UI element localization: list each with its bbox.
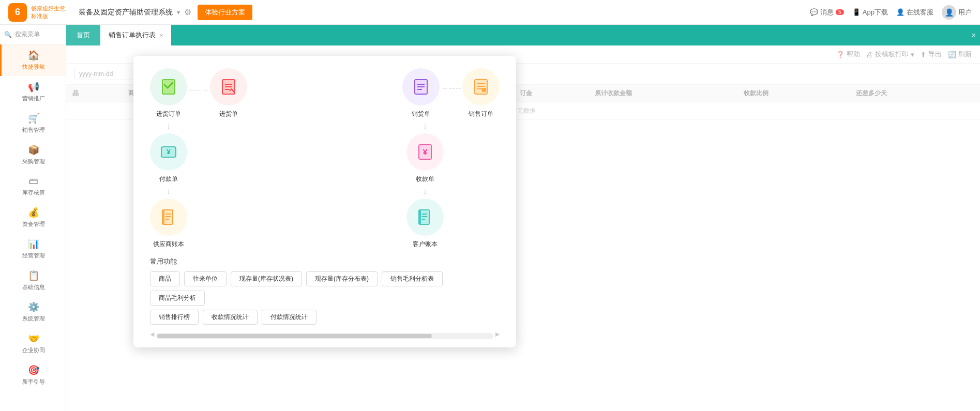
popup-box: 进货订单 ↓ ¥ 付款单 ↓ <box>133 56 516 347</box>
sidebar-label-operation: 经营管理 <box>22 252 45 260</box>
tab-bar: 首页 销售订单执行表 × × <box>66 25 980 45</box>
flow-payment[interactable]: ¥ 付款单 <box>150 133 187 184</box>
sidebar-item-guide[interactable]: 🎯 新手引导 <box>0 359 66 391</box>
sidebar-item-purchase[interactable]: 📦 采购管理 <box>0 139 66 171</box>
user-area[interactable]: 👤 用户 <box>942 5 972 20</box>
sidebar-label-system: 系统管理 <box>22 315 45 323</box>
content-area: 首页 销售订单执行表 × × ❓ 帮助 <box>66 25 980 411</box>
svg-text:¥: ¥ <box>423 147 428 156</box>
arrow-down-2: ↓ <box>167 186 171 196</box>
scroll-right-icon[interactable]: ▶ <box>495 331 500 338</box>
func-btn-stock-status[interactable]: 现存量(库存状况表) <box>231 271 302 286</box>
message-icon: 💬 <box>810 8 818 16</box>
system-name: 装备及固定资产辅助管理系统 <box>79 8 173 17</box>
sidebar-label-finance: 资金管理 <box>22 220 45 228</box>
tab-sales-order[interactable]: 销售订单执行表 × <box>100 25 171 45</box>
func-btn-stock-dist[interactable]: 现存量(库存分布表) <box>306 271 378 286</box>
sidebar: 🔍 搜索菜单 🏠 快捷导航 📢 营销推广 🛒 销售管理 📦 采购管理 <box>0 25 66 411</box>
marketing-icon: 📢 <box>28 81 39 93</box>
func-btn-partners[interactable]: 往来单位 <box>184 271 227 286</box>
supplier-ledger-icon <box>150 199 187 236</box>
sidebar-label-purchase: 采购管理 <box>22 158 45 165</box>
sidebar-item-sales[interactable]: 🛒 销售管理 <box>0 108 66 139</box>
flow-sales-order[interactable]: 销售订单 <box>462 68 500 118</box>
sidebar-label-guide: 新手引导 <box>22 378 45 386</box>
popup-scrollbar[interactable] <box>156 333 493 339</box>
flow-customer-ledger[interactable]: 客户账本 <box>406 199 444 249</box>
search-label: 搜索菜单 <box>15 30 40 39</box>
purchase-bill-icon <box>210 68 247 105</box>
flow-purchase-bill[interactable]: 进货单 <box>210 68 247 118</box>
logo-icon: 6 <box>8 3 27 22</box>
purchase-order-icon <box>150 68 187 105</box>
scrollbar-thumb <box>157 334 432 338</box>
customer-ledger-label: 客户账本 <box>413 240 438 249</box>
func-btn-receipt-stats[interactable]: 收款情况统计 <box>203 310 258 325</box>
tab-close-icon[interactable]: × <box>160 32 163 38</box>
user-avatar: 👤 <box>942 5 956 20</box>
sidebar-label-basic: 基础信息 <box>22 283 45 291</box>
dropdown-arrow-icon[interactable]: ▾ <box>177 9 180 16</box>
sidebar-search[interactable]: 🔍 搜索菜单 <box>0 25 66 44</box>
cooperation-icon: 🤝 <box>28 333 39 344</box>
sidebar-label-sales: 销售管理 <box>22 126 45 134</box>
inventory-icon: 🗃 <box>29 176 38 187</box>
receipt-icon: ¥ <box>406 133 444 171</box>
sidebar-item-finance[interactable]: 💰 资金管理 <box>0 202 66 233</box>
sidebar-item-system[interactable]: ⚙️ 系统管理 <box>0 296 66 328</box>
payment-label: 付款单 <box>159 175 178 184</box>
svg-rect-24 <box>419 210 421 224</box>
sidebar-label-quick-nav: 快捷导航 <box>22 63 45 71</box>
scroll-left-icon[interactable]: ◀ <box>150 331 154 338</box>
func-btn-payment-stats[interactable]: 付款情况统计 <box>262 310 316 325</box>
sidebar-item-cooperation[interactable]: 🤝 企业协同 <box>0 328 66 359</box>
system-icon: ⚙️ <box>28 301 39 313</box>
guide-icon: 🎯 <box>28 364 39 376</box>
basic-icon: 📋 <box>28 270 39 281</box>
customer-ledger-icon <box>406 199 444 236</box>
flow-supplier-ledger[interactable]: 供应商账本 <box>150 199 187 249</box>
sales-order-icon <box>462 68 500 105</box>
sidebar-label-inventory: 库存核算 <box>22 189 45 196</box>
sidebar-item-operation[interactable]: 📊 经营管理 <box>0 233 66 265</box>
finance-icon: 💰 <box>28 207 39 218</box>
supplier-ledger-label: 供应商账本 <box>153 240 184 249</box>
sidebar-item-marketing[interactable]: 📢 营销推广 <box>0 76 66 108</box>
message-button[interactable]: 💬 消息 5 <box>810 8 844 17</box>
flow-sales-bill[interactable]: 销货单 <box>402 68 440 118</box>
tab-home[interactable]: 首页 <box>66 25 100 45</box>
purchase-bill-label: 进货单 <box>219 110 238 118</box>
func-btn-sales-profit[interactable]: 销售毛利分析表 <box>382 271 443 286</box>
sidebar-item-basic[interactable]: 📋 基础信息 <box>0 265 66 296</box>
svg-rect-20 <box>482 88 486 92</box>
sidebar-label-cooperation: 企业协同 <box>22 346 45 354</box>
func-btns-row1: 商品 往来单位 现存量(库存状况表) 现存量(库存分布表) 销售毛利分析表 商品… <box>150 271 500 306</box>
page-content: ❓ 帮助 🖨 按模板打印 ▾ ⬆ 导出 🔄 <box>66 45 980 411</box>
func-btn-goods[interactable]: 商品 <box>150 271 180 286</box>
sidebar-item-quick-nav[interactable]: 🏠 快捷导航 <box>0 44 66 76</box>
service-icon: 👤 <box>896 8 904 16</box>
arrow-down-1: ↓ <box>167 120 171 131</box>
online-service-button[interactable]: 👤 在线客服 <box>896 8 933 17</box>
func-btns-row2: 销售排行榜 收款情况统计 付款情况统计 <box>150 310 500 325</box>
top-right-area: 💬 消息 5 📱 App下载 👤 在线客服 👤 用户 <box>810 5 972 20</box>
sidebar-item-inventory[interactable]: 🗃 库存核算 <box>0 171 66 202</box>
search-icon: 🔍 <box>4 31 12 38</box>
flow-receipt[interactable]: ¥ 收款单 <box>406 133 444 184</box>
experience-button[interactable]: 体验行业方案 <box>198 5 252 20</box>
app-download-button[interactable]: 📱 App下载 <box>852 8 888 17</box>
sales-icon: 🛒 <box>28 113 39 124</box>
tab-bar-close-icon[interactable]: × <box>972 31 976 39</box>
common-funcs: 常用功能 商品 往来单位 现存量(库存状况表) 现存量(库存分布表) 销售毛利分… <box>150 257 500 325</box>
func-btn-sales-rank[interactable]: 销售排行榜 <box>150 310 199 325</box>
flow-purchase-order[interactable]: 进货订单 <box>150 68 187 118</box>
download-icon: 📱 <box>852 8 861 16</box>
purchase-icon: 📦 <box>28 144 39 156</box>
payment-icon: ¥ <box>150 133 187 171</box>
logo-text: 畅康通好生意 标准版 <box>31 5 65 20</box>
sales-order-label: 销售订单 <box>469 110 493 118</box>
svg-text:¥: ¥ <box>167 148 171 156</box>
gear-icon[interactable]: ⚙ <box>184 7 191 17</box>
common-funcs-title: 常用功能 <box>150 257 500 266</box>
func-btn-goods-profit[interactable]: 商品毛利分析 <box>150 291 205 306</box>
